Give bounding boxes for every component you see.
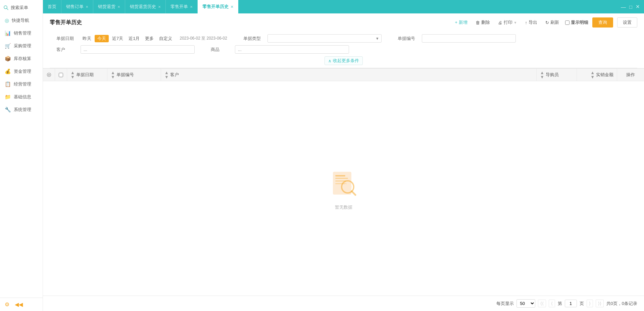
- add-label: + 新增: [455, 19, 467, 25]
- tab-minimize-icon[interactable]: —: [621, 4, 626, 10]
- date-opt-custom[interactable]: 自定义: [157, 35, 174, 42]
- th-amount[interactable]: ▲▼ 实销金额: [577, 69, 617, 81]
- sidebar-item-label: 销售管理: [14, 30, 31, 36]
- tab-home[interactable]: 首页: [43, 0, 61, 13]
- tab-sales-order[interactable]: 销售订单 ✕: [61, 0, 93, 13]
- th-sn-label: 单据编号: [116, 72, 134, 78]
- th-date-label: 单据日期: [76, 72, 94, 78]
- collapse-sidebar-icon[interactable]: ◀◀: [15, 301, 23, 308]
- svg-point-10: [344, 183, 352, 191]
- table-header: ▲▼ 单据日期 ▲▼ 单据编号 ▲▼ 客户 ▲▼ 导购员 ▲▼ 实销金额: [43, 68, 644, 81]
- select-all-checkbox[interactable]: [59, 73, 63, 77]
- date-opt-1month[interactable]: 近1月: [127, 35, 142, 42]
- inventory-icon: 📦: [5, 56, 11, 62]
- close-tab-sales-order-icon[interactable]: ✕: [86, 5, 88, 9]
- delete-button[interactable]: 🗑 删除: [474, 18, 492, 27]
- tab-retail-open-history[interactable]: 零售开单历史 ✕: [198, 0, 238, 13]
- table-area: ▲▼ 单据日期 ▲▼ 单据编号 ▲▼ 客户 ▲▼ 导购员 ▲▼ 实销金额: [43, 68, 644, 296]
- close-tab-retail-open-history-icon[interactable]: ✕: [231, 5, 233, 9]
- th-settings[interactable]: [43, 69, 55, 81]
- date-opt-today[interactable]: 今天: [95, 35, 109, 42]
- show-detail-checkbox-container[interactable]: 显示明细: [565, 19, 588, 25]
- sidebar-item-inventory[interactable]: 📦 库存核算: [0, 52, 43, 65]
- show-detail-checkbox[interactable]: [565, 20, 569, 25]
- sn-filter-label: 单据编号: [398, 36, 416, 42]
- svg-rect-5: [335, 175, 345, 176]
- sidebar-item-label: 快捷导航: [12, 17, 29, 23]
- settings-icon[interactable]: ⚙: [5, 301, 9, 308]
- page-input[interactable]: [565, 300, 577, 307]
- date-filter-label: 单据日期: [56, 36, 75, 42]
- sidebar-item-sales[interactable]: 📊 销售管理: [0, 27, 43, 40]
- sidebar-item-purchase[interactable]: 🛒 采购管理: [0, 40, 43, 52]
- th-date[interactable]: ▲▼ 单据日期: [67, 69, 107, 81]
- filter-row-2: 客户 ... 商品 ...: [56, 45, 631, 54]
- last-page-button[interactable]: ⟩⟩: [596, 300, 604, 307]
- sidebar-item-label: 库存核算: [14, 56, 31, 62]
- sidebar-nav: ◎ 快捷导航 📊 销售管理 🛒 采购管理 📦 库存核算 💰 资金管理 📋 经营管…: [0, 14, 43, 298]
- refresh-button[interactable]: ↻ 刷新: [543, 18, 561, 27]
- tab-bar: 首页 销售订单 ✕ 销货退货 ✕ 销货退货历史 ✕ 零售开单 ✕ 零售开单历史 …: [43, 0, 644, 13]
- close-tab-sales-return-icon[interactable]: ✕: [117, 5, 120, 9]
- filter-row-1: 单据日期 昨天 今天 近7天 近1月 更多 自定义 2023-06-02 至 2…: [56, 34, 631, 43]
- th-salesperson[interactable]: ▲▼ 导购员: [537, 69, 577, 81]
- sidebar-item-quick-nav[interactable]: ◎ 快捷导航: [0, 14, 43, 27]
- th-checkbox[interactable]: [55, 69, 67, 81]
- close-tab-sales-return-history-icon[interactable]: ✕: [158, 5, 161, 9]
- settings-button[interactable]: 设置: [617, 17, 637, 28]
- page-header: 零售开单历史 + 新增 🗑 删除 🖨 打印 ▼ ↑: [43, 13, 644, 68]
- close-tab-retail-open-icon[interactable]: ✕: [190, 5, 193, 9]
- empty-text: 暂无数据: [335, 204, 352, 210]
- svg-rect-6: [335, 178, 348, 179]
- page-title: 零售开单历史: [50, 19, 82, 26]
- empty-illustration: [327, 167, 360, 200]
- svg-point-3: [48, 74, 50, 75]
- sidebar-search[interactable]: 搜索采单: [0, 0, 43, 14]
- first-page-button[interactable]: ⟨⟨: [538, 300, 546, 307]
- customer-filter-label: 客户: [56, 47, 75, 53]
- th-ops-label: 操作: [626, 72, 635, 78]
- tab-sales-return-history[interactable]: 销货退货历史 ✕: [125, 0, 166, 13]
- export-button[interactable]: ↑ 导出: [523, 18, 540, 27]
- tab-maximize-icon[interactable]: □: [629, 4, 632, 10]
- per-page-label: 每页显示: [496, 301, 514, 307]
- goods-filter-label: 商品: [211, 47, 230, 53]
- customer-filter-select[interactable]: ...: [81, 45, 195, 54]
- date-opt-yesterday[interactable]: 昨天: [81, 35, 93, 42]
- date-opt-7days[interactable]: 近7天: [110, 35, 125, 42]
- sidebar-item-system[interactable]: 🔧 系统管理: [0, 103, 43, 116]
- print-button[interactable]: 🖨 打印 ▼: [496, 18, 519, 27]
- sidebar-item-ops[interactable]: 📋 经营管理: [0, 78, 43, 91]
- sidebar-item-finance[interactable]: 💰 资金管理: [0, 65, 43, 78]
- sn-filter-input[interactable]: [422, 34, 516, 43]
- sort-customer-icon: ▲▼: [164, 70, 169, 79]
- th-amount-label: 实销金额: [596, 72, 613, 78]
- tab-retail-open-history-label: 零售开单历史: [202, 4, 229, 10]
- sidebar-footer: ⚙ ◀◀: [0, 298, 43, 311]
- type-filter-select[interactable]: ▾: [267, 34, 382, 43]
- sort-date-icon: ▲▼: [70, 70, 75, 79]
- date-range-display: 2023-06-02 至 2023-06-02: [180, 36, 227, 41]
- sort-salesperson-icon: ▲▼: [540, 70, 544, 79]
- query-button[interactable]: 查询: [592, 17, 613, 28]
- add-button[interactable]: + 新增: [453, 18, 469, 27]
- sidebar-item-base[interactable]: 📁 基础信息: [0, 91, 43, 103]
- svg-line-1: [7, 8, 8, 10]
- show-detail-label: 显示明细: [571, 19, 588, 25]
- tab-sales-return[interactable]: 销货退货 ✕: [93, 0, 125, 13]
- per-page-select[interactable]: 10 20 50 100: [516, 299, 535, 308]
- collapse-button[interactable]: ∧ 收起更多条件: [325, 56, 363, 65]
- tab-retail-open[interactable]: 零售开单 ✕: [166, 0, 198, 13]
- th-customer[interactable]: ▲▼ 客户: [161, 69, 537, 81]
- content-area: 零售开单历史 + 新增 🗑 删除 🖨 打印 ▼ ↑: [43, 13, 644, 311]
- refresh-icon: ↻: [545, 20, 549, 25]
- ops-icon: 📋: [5, 81, 11, 87]
- next-page-button[interactable]: ⟩: [587, 300, 593, 307]
- sort-amount-icon: ▲▼: [590, 70, 595, 79]
- prev-page-button[interactable]: ⟨: [549, 300, 555, 307]
- tab-close-icon[interactable]: ✕: [636, 4, 640, 10]
- date-opt-more[interactable]: 更多: [143, 35, 156, 42]
- sidebar-item-label: 资金管理: [14, 68, 31, 74]
- goods-filter-select[interactable]: ...: [235, 45, 349, 54]
- th-sn[interactable]: ▲▼ 单据编号: [107, 69, 161, 81]
